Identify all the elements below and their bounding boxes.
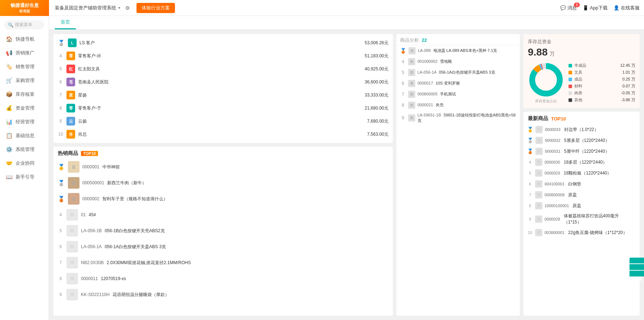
customer-row: 8 零 零售客户-于 21,680.00元 — [53, 102, 393, 115]
legend-label: 肉类 — [574, 90, 619, 96]
content-area: 首页 🥈 L LS 客户 53,006.26元 4 零 零售客户-许 51,18… — [49, 16, 644, 320]
inventory-amount: 9.88 万 — [528, 46, 635, 58]
legend-value: 1.01 万 — [623, 70, 635, 75]
product-thumb: 🖼 — [68, 193, 80, 205]
customer-row: 7 星 星扬 33,333.00元 — [53, 89, 393, 102]
new-product-name: 5厘中纤（1220*2440） — [564, 148, 636, 155]
new-product-row: 7 图 000800008 原盖 — [523, 189, 640, 200]
page-tab-bar: 首页 — [49, 16, 644, 30]
notifications-item[interactable]: 💬 消息 6 — [560, 5, 577, 11]
operations-label: 经营管理 — [16, 119, 34, 125]
logo-area: 畅捷通好生意 标准版 — [0, 0, 49, 16]
new-product-code: 000800008 — [545, 193, 564, 197]
new-products-panel: 最新商品 TOP10 🥇 图 0000033 封边带（1.0*22） 🥈 图 0… — [523, 112, 640, 316]
product-code: NB2.0X30B — [81, 260, 104, 265]
dropdown-icon[interactable]: ▾ — [118, 6, 120, 10]
rank-num: 7 — [58, 93, 64, 98]
sold-product-name: 手机测试 — [440, 92, 456, 96]
inventory-label: 库存核算 — [16, 91, 34, 98]
new-product-img: 图 — [535, 148, 543, 155]
new-product-row: 10 图 003800001 22g鱼豆腐-烧烤味（1*12*20） — [523, 227, 640, 238]
rank-num: 4 — [527, 160, 533, 164]
operations-icon: 📊 — [6, 119, 13, 125]
legend-dot — [568, 98, 572, 102]
top-sold-label: 商品分析 — [400, 37, 419, 43]
sidebar-item-operations[interactable]: 📊 经营管理 — [0, 115, 49, 129]
product-small-avatar: 图 — [408, 58, 415, 65]
page-content: 🥈 L LS 客户 53,006.26元 4 零 零售客户-许 51,183.0… — [49, 30, 644, 320]
legend-dot — [568, 71, 572, 74]
marketing-icon: 📢 — [6, 50, 13, 56]
tab-home[interactable]: 首页 — [55, 16, 76, 29]
new-product-img: 图 — [535, 159, 542, 166]
top-customers-list: 🥈 L LS 客户 53,006.26元 4 零 零售客户-许 51,183.0… — [53, 34, 393, 143]
online-service-item[interactable]: 👤 在线客服 — [614, 5, 640, 11]
top-sold-list: 🥉 图 LA-089 电池盖 LA-089 ABS本色+黑种 7.1克 4 图 … — [396, 45, 520, 126]
sidebar-item-cooperation[interactable]: 🤝 企业协同 — [0, 156, 49, 170]
legend-dot — [568, 85, 572, 88]
sold-product-name: 10S 变利罗猴 — [436, 81, 460, 85]
medal-icon: 🥇 — [527, 127, 533, 132]
rank-num: 4 — [400, 59, 406, 64]
header-right: 💬 消息 6 📱 App下载 👤 在线客服 — [560, 5, 640, 11]
guide-label: 新手引导 — [16, 174, 34, 180]
rank-num: 5 — [58, 66, 64, 71]
product-code: 0000011 — [81, 276, 98, 281]
product-small-avatar: 图 — [408, 102, 415, 109]
legend-label: 半成品 — [574, 63, 618, 68]
customer-amount: 53,006.26元 — [365, 40, 388, 46]
sold-product-name: 夹壳 — [436, 103, 444, 107]
app-download-item[interactable]: 📱 App下载 — [583, 5, 608, 11]
legend-value: -0.05 万 — [621, 90, 635, 96]
system-label: 系统管理 — [16, 146, 34, 153]
customer-avatar: 零 — [66, 104, 75, 112]
new-product-name: 原盖 — [572, 203, 636, 209]
float-btn-service[interactable]: 客服热线 — [629, 258, 644, 263]
sidebar-item-sales[interactable]: 🏷️ 销售管理 — [0, 60, 49, 74]
sidebar-item-system[interactable]: ⚙️ 系统管理 — [0, 143, 49, 156]
sidebar-search-box[interactable]: 🔍 搜索菜单 — [4, 20, 44, 29]
sidebar-search-area[interactable]: 🔍 搜索菜单 — [0, 17, 49, 32]
sidebar-item-guide[interactable]: 📖 新手引导 — [0, 170, 49, 184]
gear-icon[interactable]: ⚙ — [125, 5, 130, 11]
sidebar-item-inventory[interactable]: 📦 库存核算 — [0, 87, 49, 101]
sidebar-item-finance[interactable]: 💰 资金管理 — [0, 101, 49, 115]
sidebar-item-purchase[interactable]: 🛒 采购管理 — [0, 74, 49, 87]
finance-icon: 💰 — [6, 105, 13, 111]
sidebar-item-marketing[interactable]: 📢 营销推广 — [0, 46, 49, 60]
float-btn-community[interactable]: 服务社区 — [629, 264, 644, 270]
new-product-row: 🥇 图 0000033 封边带（1.0*22） — [523, 124, 640, 135]
legend-dot — [568, 78, 572, 81]
sidebar-item-basic-info[interactable]: 📋 基础信息 — [0, 129, 49, 143]
purchase-label: 采购管理 — [16, 77, 34, 84]
new-products-badge: TOP10 — [551, 116, 566, 122]
top-sold-row: 🥉 图 LA-089 电池盖 LA-089 ABS本色+黑种 7.1克 — [396, 45, 520, 56]
new-product-img: 图 — [535, 180, 542, 188]
legend-label: 文具 — [574, 70, 620, 75]
trial-btn[interactable]: 体验行业方案 — [136, 3, 175, 13]
new-product-row: 4 图 0000030 18多层（1220*2440） — [523, 157, 640, 168]
product-thumb: 🖼 — [68, 161, 80, 173]
customer-avatar: 肖 — [66, 130, 75, 139]
customer-avatar: 云 — [66, 117, 75, 126]
basic-info-label: 基础信息 — [16, 132, 34, 139]
hot-product-row: 4 图 01 45# — [53, 207, 393, 223]
product-thumb: 图 — [66, 289, 78, 300]
sidebar-item-quick-nav[interactable]: 🏠 快捷导航 — [0, 32, 49, 46]
product-name: 智利车子里（规格不知道填什么） — [102, 196, 168, 202]
customer-row: 10 肖 肖总 7,563.00元 — [53, 128, 393, 141]
new-product-name: 原盖 — [568, 192, 636, 198]
legend-item: 文具 1.01 万 — [568, 70, 635, 75]
hot-products-panel: 热销商品 TOP10 🥇 🖼 0000001 中华神箭 🥈 🖼 00050000… — [53, 147, 393, 316]
hot-product-row: 5 图 LA-056-1B 056-1B白色按键开关壳ABS2克 — [53, 223, 393, 239]
new-products-list: 🥇 图 0000033 封边带（1.0*22） 🥈 图 0000032 5厘多层… — [523, 124, 640, 238]
sold-product-name: 电池盖 LA-089 ABS本色+黑种 7.1克 — [433, 48, 497, 53]
customer-amount: 36,600.00元 — [365, 79, 388, 85]
sold-product-code: 000800005 — [417, 92, 437, 96]
legend-area: 半成品 12.45 万 文具 1.01 万 成品 0.25 万 材料 0.07 … — [568, 62, 635, 104]
product-small-avatar: 图 — [408, 80, 415, 87]
customer-amount: 33,333.00元 — [365, 92, 388, 98]
sold-product-info: 0000021 夹壳 — [417, 102, 516, 108]
float-btn-live[interactable]: 直播 — [629, 271, 644, 276]
top-sold-row: 7 图 000800005 手机测试 — [396, 89, 520, 100]
